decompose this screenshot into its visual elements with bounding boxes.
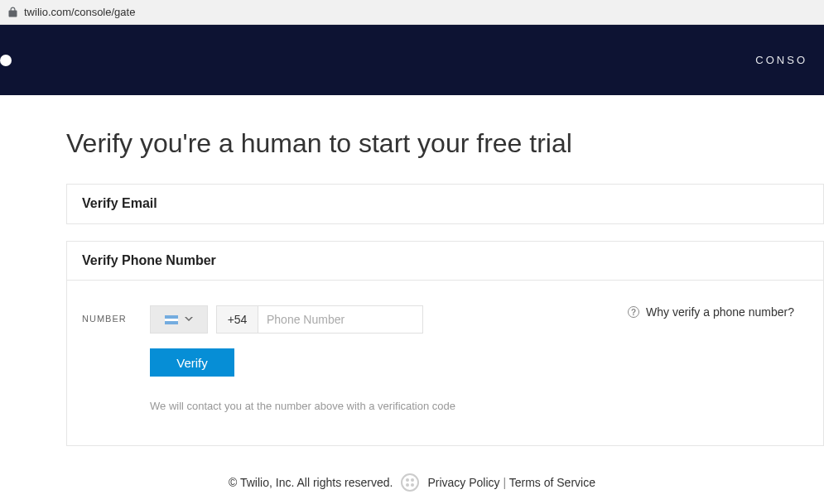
url-text: twilio.com/console/gate <box>24 6 135 18</box>
chevron-down-icon <box>185 317 193 322</box>
dial-code: +54 <box>216 305 258 334</box>
why-verify-text: Why verify a phone number? <box>646 305 794 319</box>
phone-number-input[interactable] <box>258 305 423 334</box>
verify-phone-panel: Verify Phone Number ? Why verify a phone… <box>66 241 824 446</box>
lock-icon <box>8 7 17 17</box>
verify-email-header: Verify Email <box>67 185 823 223</box>
country-select[interactable] <box>150 305 208 334</box>
number-label: NUMBER <box>82 305 150 324</box>
verification-help-text: We will contact you at the number above … <box>150 400 455 412</box>
footer: © Twilio, Inc. All rights reserved. Priv… <box>0 473 824 492</box>
page-title: Verify you're a human to start your free… <box>66 128 824 159</box>
why-verify-link[interactable]: ? Why verify a phone number? <box>628 305 794 319</box>
copyright-text: © Twilio, Inc. All rights reserved. <box>229 476 393 489</box>
logo-icon <box>0 55 12 66</box>
verify-phone-header: Verify Phone Number <box>67 242 823 281</box>
terms-of-service-link[interactable]: Terms of Service <box>509 476 595 489</box>
privacy-policy-link[interactable]: Privacy Policy <box>427 476 499 489</box>
app-header: CONSO <box>0 25 824 95</box>
verify-email-panel[interactable]: Verify Email <box>66 184 824 224</box>
main-content: Verify you're a human to start your free… <box>0 95 824 446</box>
question-icon: ? <box>628 306 639 318</box>
twilio-footer-icon <box>401 473 419 492</box>
footer-divider: | <box>503 476 506 489</box>
flag-icon <box>165 315 178 324</box>
verify-button[interactable]: Verify <box>150 348 234 377</box>
console-link[interactable]: CONSO <box>755 54 807 66</box>
browser-address-bar[interactable]: twilio.com/console/gate <box>0 0 824 25</box>
